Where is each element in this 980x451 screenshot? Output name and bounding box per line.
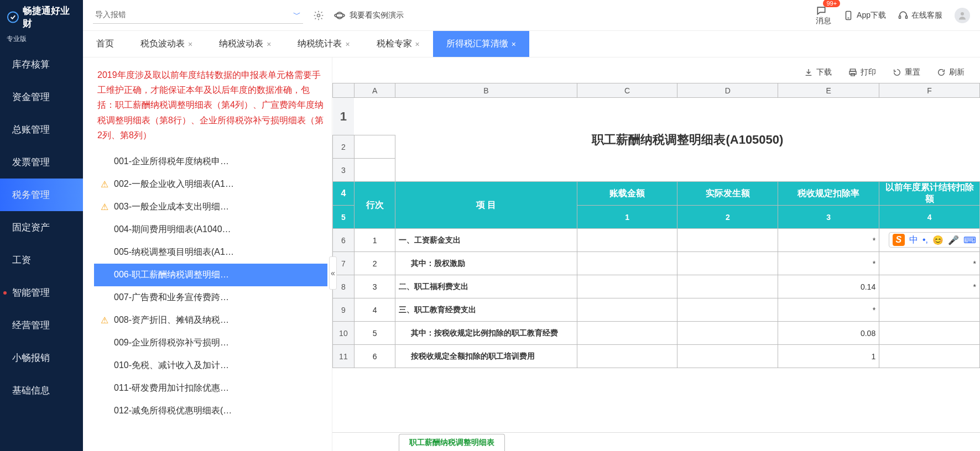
warning-icon: ⚠ (101, 315, 108, 326)
close-icon[interactable]: × (512, 40, 516, 49)
cell[interactable] (879, 322, 980, 345)
report-item[interactable]: 006-职工薪酬纳税调整明细… (94, 264, 327, 286)
cell[interactable]: * (778, 229, 879, 252)
refresh-icon (937, 68, 946, 77)
warning-icon: ⚠ (101, 179, 108, 190)
sheet-tabs: 职工薪酬纳税调整明细表 (332, 432, 980, 451)
nav-item[interactable]: 经营管理 (0, 309, 83, 342)
nav-item[interactable]: 总账管理 (0, 113, 83, 146)
col-header: E (778, 83, 879, 98)
item-cell: 其中：股权激励 (395, 252, 577, 275)
col-e-header: 税收规定扣除率 (778, 182, 879, 206)
cell[interactable] (677, 229, 778, 252)
tab[interactable]: 所得税汇算清缴× (433, 31, 529, 57)
messages-button[interactable]: 消息 99+ (816, 5, 831, 26)
cell[interactable] (677, 322, 778, 345)
cell[interactable] (879, 298, 980, 322)
cell[interactable]: 1 (778, 345, 879, 368)
cell[interactable]: * (778, 298, 879, 322)
cell[interactable] (577, 298, 677, 322)
row-number: 2 (354, 252, 395, 275)
cell[interactable]: * (778, 252, 879, 275)
cell[interactable] (577, 229, 677, 252)
cell[interactable] (577, 275, 677, 298)
item-cell: 二、职工福利费支出 (395, 275, 577, 298)
sheet-title: 职工薪酬纳税调整明细表(A105050) (395, 98, 980, 182)
col-header: F (879, 83, 980, 98)
notification-dot-icon (3, 291, 7, 295)
tab[interactable]: 税负波动表× (127, 31, 206, 57)
ime-keyboard-icon: ⌨ (963, 235, 976, 245)
collapse-handle[interactable]: « (329, 256, 337, 290)
report-item[interactable]: ⚠008-资产折旧、摊销及纳税… (94, 309, 327, 332)
tab[interactable]: 税检专家× (363, 31, 433, 57)
close-icon[interactable]: × (267, 40, 271, 49)
print-icon (848, 68, 857, 77)
report-item[interactable]: ⚠003-一般企业成本支出明细… (94, 196, 327, 218)
report-item[interactable]: 005-纳税调整项目明细表(A1… (94, 241, 327, 264)
avatar[interactable] (955, 8, 970, 23)
report-item[interactable]: 012-减免所得税优惠明细表(… (94, 400, 327, 422)
report-item[interactable]: 004-期间费用明细表(A1040… (94, 218, 327, 241)
cell[interactable]: 0.14 (778, 275, 879, 298)
nav-item[interactable]: 发票管理 (0, 146, 83, 179)
report-item[interactable]: 011-研发费用加计扣除优惠… (94, 377, 327, 400)
gear-icon[interactable] (313, 10, 324, 21)
nav-item[interactable]: 库存核算 (0, 48, 83, 81)
edition-label: 专业版 (0, 34, 83, 48)
report-item[interactable]: 009-企业所得税弥补亏损明… (94, 332, 327, 354)
service-button[interactable]: 在线客服 (898, 11, 942, 20)
tab[interactable]: 首页 (83, 31, 127, 57)
nav-item[interactable]: 工资 (0, 244, 83, 276)
refresh-button[interactable]: 刷新 (937, 67, 965, 77)
cell[interactable] (879, 345, 980, 368)
warning-icon: ⚠ (101, 202, 108, 212)
phone-icon (843, 11, 853, 20)
nav-item[interactable]: 固定资产 (0, 211, 83, 244)
nav-item[interactable]: 小畅报销 (0, 342, 83, 374)
report-item[interactable]: ⚠002-一般企业收入明细表(A1… (94, 173, 327, 196)
nav-item[interactable]: 基础信息 (0, 374, 83, 407)
cell[interactable] (677, 275, 778, 298)
cell[interactable] (577, 345, 677, 368)
spreadsheet[interactable]: ABCDEF1职工薪酬纳税调整明细表(A105050)234行次项 目账载金额实… (332, 83, 980, 432)
cell[interactable] (577, 252, 677, 275)
cell[interactable] (577, 322, 677, 345)
report-item[interactable]: 007-广告费和业务宣传费跨… (94, 286, 327, 309)
close-icon[interactable]: × (415, 40, 420, 49)
nav-item[interactable]: 资金管理 (0, 81, 83, 113)
headset-icon (898, 11, 908, 20)
cell[interactable] (677, 252, 778, 275)
brand-logo: 畅捷通好业财 (0, 0, 83, 34)
close-icon[interactable]: × (345, 40, 350, 49)
nav-item[interactable]: 智能管理 (0, 276, 83, 309)
tab[interactable]: 纳税统计表× (284, 31, 363, 57)
sheet-tab-active[interactable]: 职工薪酬纳税调整明细表 (399, 434, 505, 451)
close-icon[interactable]: × (188, 40, 192, 49)
reset-button[interactable]: 重置 (893, 67, 920, 77)
ime-punct-icon: •, (922, 235, 928, 245)
cell[interactable]: * (879, 275, 980, 298)
row-number: 6 (354, 345, 395, 368)
row-number: 3 (354, 275, 395, 298)
cell[interactable]: 0.08 (778, 322, 879, 345)
import-select[interactable]: 导入报错 ﹀ (93, 7, 303, 24)
col-c-header: 账载金额 (577, 182, 677, 206)
col-header: C (577, 83, 677, 98)
report-item[interactable]: 010-免税、减计收入及加计… (94, 354, 327, 377)
cell[interactable]: * (879, 252, 980, 275)
cell[interactable] (677, 298, 778, 322)
download-button[interactable]: 下载 (804, 67, 832, 77)
tab[interactable]: 纳税波动表× (206, 31, 284, 57)
cell[interactable] (677, 345, 778, 368)
report-list: 001-企业所得税年度纳税申…⚠002-一般企业收入明细表(A1…⚠003-一般… (94, 150, 327, 451)
svg-point-1 (317, 14, 320, 17)
print-button[interactable]: 打印 (848, 67, 876, 77)
demo-link[interactable]: 我要看实例演示 (334, 10, 404, 21)
svg-point-0 (8, 12, 18, 22)
nav-item[interactable]: 税务管理 (0, 179, 83, 211)
app-download-button[interactable]: App下载 (843, 11, 886, 20)
col-b-header: 项 目 (395, 182, 577, 229)
report-item[interactable]: 001-企业所得税年度纳税申… (94, 150, 327, 173)
ime-toolbar[interactable]: S 中 •, 😊 🎤 ⌨ (889, 232, 980, 248)
